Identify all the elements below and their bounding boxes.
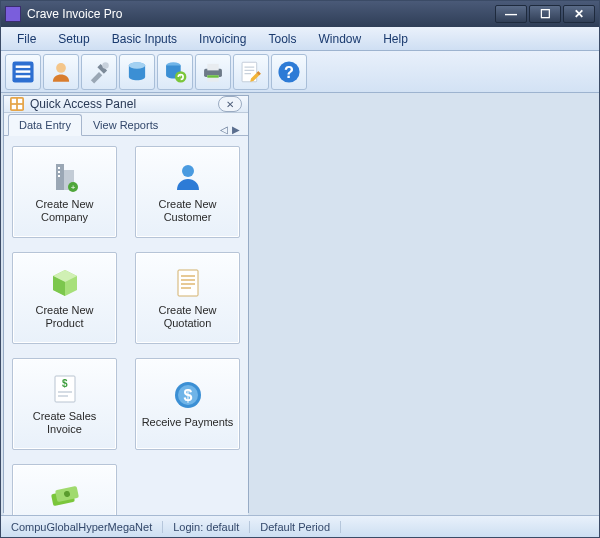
svg-rect-20: [12, 105, 16, 109]
app-icon: [5, 6, 21, 22]
list-icon: [10, 59, 36, 85]
tile-label: Create New Quotation: [140, 304, 235, 330]
menu-invoicing[interactable]: Invoicing: [189, 29, 256, 49]
svg-rect-3: [16, 75, 31, 77]
toolbar-user-button[interactable]: [43, 54, 79, 90]
panel-tabs: Data Entry View Reports ◁ ▶: [4, 113, 248, 136]
building-icon: +: [48, 160, 82, 194]
svg-point-29: [182, 165, 194, 177]
svg-rect-26: [58, 175, 60, 177]
tile-label: Receive Payments: [142, 416, 234, 429]
tile-create-company[interactable]: + Create New Company: [12, 146, 117, 238]
tile-create-product[interactable]: Create New Product: [12, 252, 117, 344]
edit-icon: [238, 59, 264, 85]
title-bar[interactable]: Crave Invoice Pro — ☐ ✕: [1, 1, 599, 27]
svg-text:+: +: [70, 183, 75, 192]
toolbar-database-button[interactable]: [119, 54, 155, 90]
panel-icon: [10, 97, 24, 111]
toolbar-edit-button[interactable]: [233, 54, 269, 90]
menu-window[interactable]: Window: [308, 29, 371, 49]
tools-icon: [86, 59, 112, 85]
tile-advance-settlement[interactable]: Advance Settlement: [12, 464, 117, 515]
menu-setup[interactable]: Setup: [48, 29, 99, 49]
toolbar-database-refresh-button[interactable]: [157, 54, 193, 90]
help-icon: ?: [276, 59, 302, 85]
tile-create-sales-invoice[interactable]: $ Create Sales Invoice: [12, 358, 117, 450]
user-icon: [48, 59, 74, 85]
tile-label: Create New Company: [17, 198, 112, 224]
svg-rect-24: [58, 167, 60, 169]
mdi-client-area: [251, 93, 599, 515]
database-icon: [124, 59, 150, 85]
svg-rect-30: [178, 270, 198, 296]
svg-rect-1: [16, 65, 31, 67]
toolbar: ?: [1, 51, 599, 93]
svg-text:?: ?: [284, 62, 294, 80]
menu-basic-inputs[interactable]: Basic Inputs: [102, 29, 187, 49]
tab-view-reports[interactable]: View Reports: [82, 114, 169, 135]
tile-label: Create Sales Invoice: [17, 410, 112, 436]
status-login: Login: default: [163, 521, 250, 533]
svg-rect-13: [207, 75, 218, 77]
toolbar-help-button[interactable]: ?: [271, 54, 307, 90]
menu-tools[interactable]: Tools: [258, 29, 306, 49]
menu-help[interactable]: Help: [373, 29, 418, 49]
toolbar-list-button[interactable]: [5, 54, 41, 90]
svg-rect-11: [207, 63, 218, 70]
box-icon: [48, 266, 82, 300]
tab-data-entry[interactable]: Data Entry: [8, 114, 82, 136]
maximize-button[interactable]: ☐: [529, 5, 561, 23]
tile-create-quotation[interactable]: Create New Quotation: [135, 252, 240, 344]
svg-point-7: [129, 62, 145, 69]
svg-rect-2: [16, 70, 31, 72]
panel-header: Quick Access Panel ✕: [4, 96, 248, 113]
cash-icon: [48, 478, 82, 512]
quick-access-panel: Quick Access Panel ✕ Data Entry View Rep…: [3, 95, 249, 513]
dollar-coin-icon: $: [171, 378, 205, 412]
svg-rect-19: [18, 99, 22, 103]
tile-grid: + Create New Company Create New Customer…: [4, 136, 248, 515]
status-bar: CompuGlobalHyperMegaNet Login: default D…: [1, 515, 599, 537]
person-icon: [171, 160, 205, 194]
tile-label: Create New Customer: [140, 198, 235, 224]
invoice-icon: $: [48, 372, 82, 406]
svg-text:$: $: [183, 387, 192, 404]
svg-point-4: [56, 63, 66, 73]
svg-rect-18: [12, 99, 16, 103]
close-button[interactable]: ✕: [563, 5, 595, 23]
svg-text:$: $: [62, 378, 68, 389]
content-area: Quick Access Panel ✕ Data Entry View Rep…: [1, 93, 599, 515]
svg-rect-21: [18, 105, 22, 109]
app-window: Crave Invoice Pro — ☐ ✕ File Setup Basic…: [0, 0, 600, 538]
svg-point-5: [102, 62, 109, 69]
menu-bar: File Setup Basic Inputs Invoicing Tools …: [1, 27, 599, 51]
tile-label: Create New Product: [17, 304, 112, 330]
tile-create-customer[interactable]: Create New Customer: [135, 146, 240, 238]
printer-icon: [200, 59, 226, 85]
tile-receive-payments[interactable]: $ Receive Payments: [135, 358, 240, 450]
tab-scroll-controls: ◁ ▶: [220, 124, 244, 135]
panel-title: Quick Access Panel: [30, 97, 218, 111]
window-controls: — ☐ ✕: [495, 5, 595, 23]
menu-file[interactable]: File: [7, 29, 46, 49]
status-company: CompuGlobalHyperMegaNet: [1, 521, 163, 533]
tab-scroll-left[interactable]: ◁: [220, 124, 228, 135]
panel-close-button[interactable]: ✕: [218, 96, 242, 112]
toolbar-print-button[interactable]: [195, 54, 231, 90]
tab-scroll-right[interactable]: ▶: [232, 124, 240, 135]
minimize-button[interactable]: —: [495, 5, 527, 23]
window-title: Crave Invoice Pro: [27, 7, 495, 21]
svg-rect-25: [58, 171, 60, 173]
document-icon: [171, 266, 205, 300]
toolbar-tools-button[interactable]: [81, 54, 117, 90]
status-period: Default Period: [250, 521, 341, 533]
database-refresh-icon: [162, 59, 188, 85]
